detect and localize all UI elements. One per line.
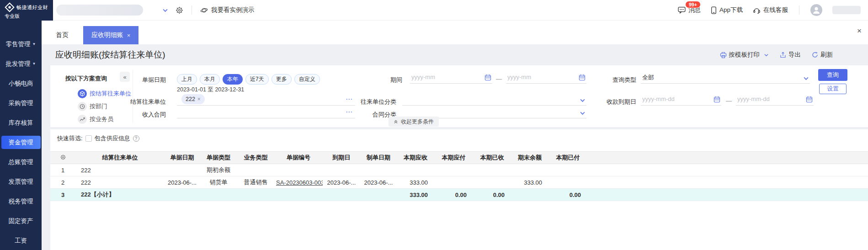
pill-this-month[interactable]: 本月	[200, 74, 220, 85]
query-type-label: 查询类型	[590, 76, 636, 84]
income-contract-input[interactable]	[177, 106, 355, 118]
chevron-down-icon[interactable]	[580, 110, 586, 116]
demo-link-label: 我要看实例演示	[211, 6, 255, 14]
avatar[interactable]	[810, 4, 822, 16]
sidebar-item-funds[interactable]: 资金管理	[0, 133, 42, 152]
chat-bubble-icon	[678, 6, 686, 14]
table-row[interactable]: 1 222 期初余额	[50, 164, 868, 176]
cell-created-date	[360, 164, 397, 176]
app-download-button[interactable]: App下载	[711, 6, 743, 14]
column-header-filler	[587, 152, 868, 164]
period-from-input[interactable]: yyyy-mm	[410, 72, 492, 84]
table-row[interactable]: 2 222 2023-06-... 销货单 普通销售 SA-20230603-0…	[50, 176, 868, 189]
app-root: 零售管理▼ 批发管理▼ 小畅电商 采购管理 库存核算 资金管理 总账管理 发票管…	[0, 0, 868, 250]
doc-no-link[interactable]: SA-20230603-003	[274, 176, 323, 189]
cell-paid	[548, 176, 587, 189]
cell-payable: 0.00	[434, 189, 473, 201]
settings-button[interactable]: 设置	[819, 84, 847, 94]
print-label: 按模板打印	[729, 51, 760, 59]
sidebar-item-procurement[interactable]: 采购管理	[0, 93, 42, 113]
column-header: 到期日	[323, 152, 360, 164]
tab-home[interactable]: 首页	[51, 26, 83, 44]
calendar-icon[interactable]	[714, 96, 720, 104]
phone-icon	[711, 6, 717, 14]
due-date-to-input[interactable]: yyyy-mm-dd	[736, 94, 814, 106]
cell-biz-type	[237, 189, 274, 201]
query-type-select[interactable]: 全部	[641, 72, 810, 84]
support-button[interactable]: 在线客服	[753, 6, 788, 14]
column-header: 本期应付	[434, 152, 473, 164]
table-header-row: 结算往来单位 单据日期 单据类型 业务类型 单据编号 到期日 制单日期 本期应收…	[50, 152, 868, 164]
settle-unit-tag[interactable]: 222 ×	[181, 94, 205, 104]
chevron-down-icon[interactable]	[162, 7, 168, 13]
pill-more[interactable]: 更多	[272, 74, 292, 85]
brand-edition: 专业版	[5, 13, 51, 20]
username[interactable]	[832, 6, 861, 14]
sidebar-item-retail[interactable]: 零售管理▼	[0, 34, 42, 54]
scheme-by-settle-unit[interactable]: 按结算往来单位	[78, 89, 131, 98]
close-icon[interactable]: ×	[127, 32, 131, 39]
brand-diamond-icon	[5, 2, 15, 12]
sidebar-item-fixed-assets[interactable]: 固定资产	[0, 211, 42, 231]
sidebar-item-tax[interactable]: 税务管理	[0, 191, 42, 211]
due-date-from-input[interactable]: yyyy-mm-dd	[641, 94, 721, 106]
close-icon[interactable]: ×	[197, 96, 201, 102]
doc-date-label: 单据日期	[119, 76, 166, 84]
sidebar-item-payroll[interactable]: 工资	[0, 231, 42, 250]
include-supply-info-checkbox[interactable]	[85, 135, 92, 142]
cell-doc-date	[165, 164, 200, 176]
print-by-template-button[interactable]: 按模板打印	[720, 51, 769, 59]
pill-this-year[interactable]: 本年	[223, 74, 243, 85]
scheme-by-department[interactable]: 按部门	[78, 102, 107, 111]
gear-icon[interactable]	[176, 6, 183, 14]
sidebar-item-ecommerce[interactable]: 小畅电商	[0, 74, 42, 93]
sidebar-item-wholesale[interactable]: 批发管理▼	[0, 54, 42, 74]
company-selector[interactable]	[56, 5, 143, 16]
collapse-more-conditions-button[interactable]: 收起更多条件	[389, 117, 439, 127]
chevron-down-icon[interactable]	[580, 97, 586, 103]
income-contract-label: 收入合同	[119, 111, 166, 119]
scheme-by-salesperson[interactable]: 按业务员	[78, 115, 113, 124]
pill-last-7-days[interactable]: 近7天	[245, 74, 269, 85]
cell-receivable	[397, 164, 434, 176]
help-icon[interactable]: ?	[133, 135, 139, 142]
sidebar-item-general-ledger[interactable]: 总账管理	[0, 152, 42, 172]
pill-last-month[interactable]: 上月	[177, 74, 197, 85]
unit-category-select[interactable]	[402, 94, 586, 106]
search-button[interactable]: 查询	[818, 69, 847, 81]
calendar-icon[interactable]	[579, 74, 586, 82]
double-chevron-up-icon	[394, 119, 398, 124]
export-button[interactable]: 导出	[780, 51, 801, 59]
cell-settle-unit: 222	[75, 164, 165, 176]
sidebar-item-label: 小畅电商	[9, 80, 33, 88]
sidebar-item-invoice[interactable]: 发票管理	[0, 172, 42, 191]
calendar-icon[interactable]	[485, 74, 491, 82]
pill-custom[interactable]: 自定义	[294, 74, 320, 85]
cell-biz-type: 普通销售	[237, 176, 274, 189]
cell-filler	[587, 176, 868, 189]
results-panel: 快速筛选: 包含供应信息 ? 结算往来单位	[50, 129, 868, 250]
tab-receivable-ledger[interactable]: 应收明细账 ×	[83, 26, 138, 44]
sidebar-item-inventory[interactable]: 库存核算	[0, 113, 42, 133]
calendar-icon[interactable]	[806, 96, 813, 104]
close-icon[interactable]: ×	[857, 27, 862, 35]
messages-button[interactable]: 99+ 消息	[678, 6, 701, 14]
collapse-more-label: 收起更多条件	[401, 118, 434, 126]
chevron-down-icon[interactable]	[803, 75, 809, 81]
quick-filter-label: 快速筛选:	[57, 134, 83, 143]
cell-ending-balance: 333.00	[511, 176, 548, 189]
export-icon	[780, 52, 786, 58]
sidebar-item-label: 零售管理	[6, 40, 31, 48]
column-header: 制单日期	[360, 152, 397, 164]
cell-filler	[587, 164, 868, 176]
cell-payable	[434, 164, 473, 176]
tag-label: 222	[186, 96, 195, 102]
scheme-item-label: 按部门	[90, 102, 107, 111]
refresh-button[interactable]: 刷新	[812, 51, 833, 59]
column-settings-gear-icon[interactable]	[50, 152, 75, 164]
chevron-down-icon[interactable]	[764, 53, 769, 58]
period-to-input[interactable]: yyyy-mm	[506, 72, 586, 84]
messages-badge: 99+	[685, 1, 701, 8]
demo-link[interactable]: 我要看实例演示	[200, 6, 255, 14]
cell-doc-no	[274, 164, 323, 176]
